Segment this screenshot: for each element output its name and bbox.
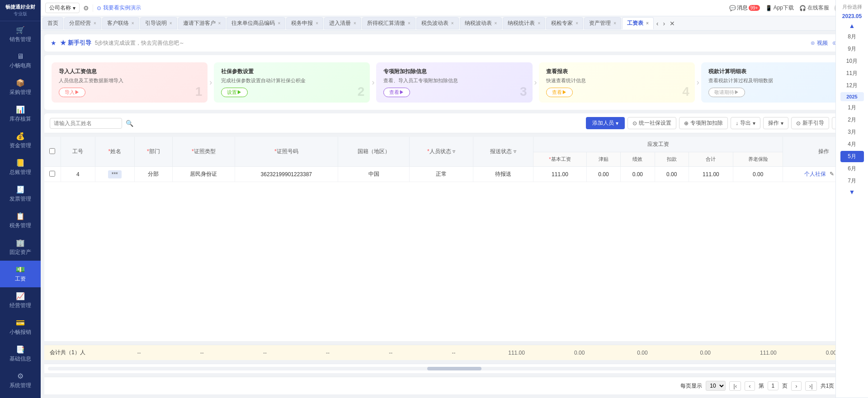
tab-tax-report[interactable]: 税务申报 × (286, 17, 323, 29)
chevron-down-icon: ▾ (73, 5, 75, 11)
scrollbar-thumb[interactable] (427, 367, 481, 370)
demo-link[interactable]: ⊙ 我要看实例演示 (97, 4, 141, 12)
tab-next-button[interactable]: › (661, 20, 667, 27)
tab-contact[interactable]: 客户联络 × (102, 17, 139, 29)
close-icon[interactable]: × (451, 21, 454, 26)
tab-home[interactable]: 首页 (42, 17, 63, 29)
sidebar-item-payroll[interactable]: 💵 工资 (0, 261, 41, 287)
app-download-button[interactable]: 📱 App下载 (765, 4, 794, 12)
close-icon[interactable]: × (170, 21, 172, 26)
step-1-button[interactable]: 导入▶ (59, 88, 85, 97)
tab-layered[interactable]: 分层经营 × (64, 17, 101, 29)
month-9[interactable]: 9月 (840, 43, 864, 55)
sidebar-item-invoice[interactable]: 🧾 发票管理 (0, 181, 41, 207)
filter-icon[interactable]: ▿ (514, 148, 516, 155)
sidebar-item-inventory[interactable]: 📊 库存核算 (0, 101, 41, 127)
month-5[interactable]: 5月 (840, 151, 864, 162)
month-3[interactable]: 3月 (840, 126, 864, 138)
sidebar-item-purchase[interactable]: 📦 采购管理 (0, 74, 41, 101)
search-icon[interactable]: 🔍 (126, 120, 133, 127)
social-settings-button[interactable]: ⊙ 统一社保设置 (627, 117, 676, 129)
sidebar-item-assets[interactable]: 🏢 固定资产 (0, 234, 41, 261)
close-icon[interactable]: × (94, 21, 96, 26)
tab-clearance[interactable]: 进入清册 × (324, 17, 361, 29)
step-2-button[interactable]: 设置▶ (221, 88, 248, 97)
close-icon[interactable]: × (613, 21, 616, 26)
add-employee-button[interactable]: 添加人员 ▾ (586, 117, 625, 129)
close-icon[interactable]: × (132, 21, 134, 26)
special-deduction-button[interactable]: ⊕ 专项附加扣除 (679, 117, 728, 129)
month-11[interactable]: 11月 (840, 68, 864, 79)
tab-tax-expert[interactable]: 税检专家 × (546, 17, 583, 29)
last-page-button[interactable]: ›| (805, 381, 817, 391)
month-8[interactable]: 8月 (840, 31, 864, 42)
tab-guide[interactable]: 引导说明 × (140, 17, 177, 29)
table-container: 工号 *姓名 *部门 *证照类型 (44, 137, 864, 341)
close-icon[interactable]: × (278, 21, 280, 26)
close-icon[interactable]: × (538, 21, 540, 26)
service-icon: 🎧 (799, 5, 806, 11)
sidebar-item-finance[interactable]: 💰 资金管理 (0, 127, 41, 154)
select-all-checkbox[interactable] (49, 148, 55, 154)
step-1-title: 导入人工资信息 (59, 68, 200, 75)
close-icon[interactable]: × (354, 21, 356, 26)
sidebar-item-tax[interactable]: 📋 税务管理 (0, 207, 41, 234)
horizontal-scrollbar[interactable] (48, 367, 861, 370)
tab-payroll[interactable]: 工资表 × (622, 17, 654, 29)
month-down-button[interactable]: ▼ (838, 187, 866, 197)
step-3-desc: 查看、导入员工专项附加扣除信息 (383, 77, 525, 84)
settings-icon[interactable]: ⚙ (83, 5, 89, 12)
finance-icon: 💰 (16, 132, 25, 140)
sidebar-item-operations[interactable]: 📈 经营管理 (0, 287, 41, 314)
tab-tax-dynamic[interactable]: 纳税波动表 × (460, 17, 502, 29)
close-icon[interactable]: × (218, 21, 221, 26)
sidebar-item-system[interactable]: ⚙ 系统管理 (0, 367, 41, 394)
month-1[interactable]: 1月 (840, 102, 864, 113)
first-page-button[interactable]: |‹ (729, 381, 741, 391)
tab-prev-button[interactable]: ‹ (655, 20, 660, 27)
close-icon[interactable]: × (495, 21, 497, 26)
sidebar-item-expense[interactable]: 💳 小畅报销 (0, 314, 41, 341)
row-checkbox[interactable] (49, 171, 55, 177)
prev-page-button[interactable]: ‹ (745, 381, 755, 391)
close-icon[interactable]: × (576, 21, 578, 26)
sidebar-item-collab[interactable]: 🤝 企业协同 (0, 394, 41, 398)
online-service-button[interactable]: 🎧 在线客服 (799, 4, 829, 12)
tab-tax-stat[interactable]: 纳税统计表 × (503, 17, 545, 29)
tab-income-tax[interactable]: 所得税汇算清缴 × (362, 17, 415, 29)
month-10[interactable]: 10月 (840, 56, 864, 67)
company-selector[interactable]: 公司名称 ▾ (45, 3, 80, 13)
step-3-button[interactable]: 查看▶ (383, 88, 410, 97)
action-button[interactable]: 操作 ▾ (763, 117, 788, 129)
search-input[interactable] (50, 118, 122, 129)
video-link[interactable]: ⊙ 视频 (811, 39, 827, 47)
next-page-button[interactable]: › (791, 381, 801, 391)
month-4[interactable]: 4月 (840, 139, 864, 150)
export-button[interactable]: ↓ 导出 ▾ (731, 117, 760, 129)
close-icon[interactable]: × (316, 21, 318, 26)
step-4-button[interactable]: 查看▶ (546, 88, 573, 97)
action-social-link[interactable]: 个人社保 (804, 171, 826, 177)
tab-asset[interactable]: 资产管理 × (584, 17, 621, 29)
filter-icon[interactable]: ▿ (453, 148, 455, 155)
close-icon[interactable]: × (646, 21, 649, 26)
close-icon[interactable]: × (408, 21, 410, 26)
tab-invite[interactable]: 邀请下游客户 × (178, 17, 226, 29)
month-2[interactable]: 2月 (840, 114, 864, 126)
sidebar-item-ledger[interactable]: 📒 总账管理 (0, 154, 41, 181)
month-12[interactable]: 12月 (840, 80, 864, 91)
sidebar-item-sales[interactable]: 🛒 销售管理 (0, 21, 41, 48)
sidebar-item-ecommerce[interactable]: 🖥 小畅电商 (0, 48, 41, 74)
step-5-desc: 查看税款计算过程及明细数据 (708, 77, 850, 84)
month-7[interactable]: 7月 (840, 175, 864, 187)
tab-product-code[interactable]: 往来单位商品编码 × (226, 17, 285, 29)
tab-close-all-button[interactable]: ✕ (668, 20, 677, 27)
tab-tax-burden[interactable]: 税负波动表 × (416, 17, 459, 29)
page-size-select[interactable]: 10 (706, 381, 726, 391)
step-5-button[interactable]: 敬请期待▶ (708, 88, 745, 97)
guide-button[interactable]: ⊙ 新手引导 (791, 117, 829, 129)
action-edit-icon[interactable]: ✎ (830, 171, 834, 177)
sidebar-item-basics[interactable]: 📑 基础信息 (0, 341, 41, 367)
message-button[interactable]: 💬 消息 99+ (729, 4, 760, 12)
month-6[interactable]: 6月 (840, 163, 864, 174)
